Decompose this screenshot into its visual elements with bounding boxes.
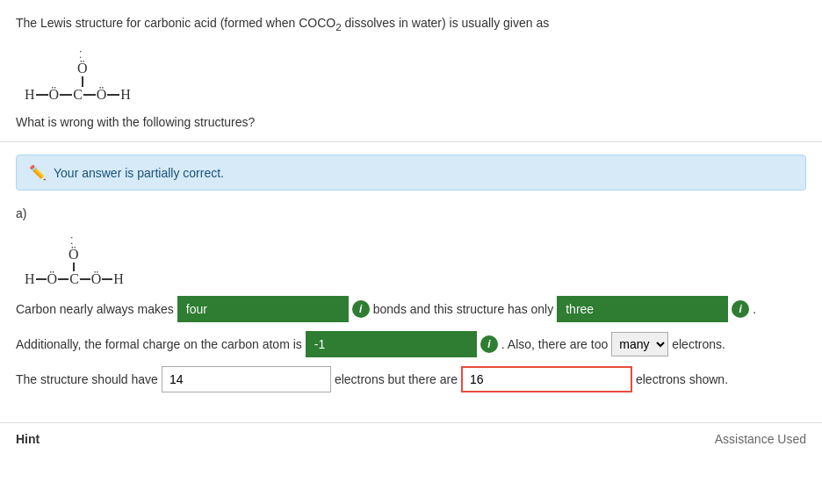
bond-o2-h	[107, 94, 119, 96]
o1-atom: Ö	[49, 87, 60, 103]
small-h-right: H	[113, 271, 124, 287]
assistance-text: Assistance Used	[715, 432, 806, 446]
small-top-o-dots: ⁚	[70, 235, 76, 247]
row1-info-btn1[interactable]: i	[352, 300, 370, 318]
row2-suffix: electrons.	[672, 337, 725, 351]
small-c: C	[69, 271, 79, 287]
c-atom: C	[73, 87, 83, 103]
small-bond3	[80, 278, 90, 280]
row1-info-btn2[interactable]: i	[732, 300, 749, 318]
row3-input1[interactable]	[162, 366, 331, 392]
hint-bar: Hint Assistance Used	[0, 422, 822, 455]
small-top-o: Ö	[68, 247, 79, 263]
row1-prefix: Carbon nearly always makes	[16, 302, 174, 316]
row-2: Additionally, the formal charge on the c…	[16, 331, 806, 357]
bond-c-o2	[83, 94, 96, 96]
small-o1: Ö	[47, 271, 58, 287]
small-main-chain: H Ö C Ö H	[25, 271, 124, 287]
h-right: H	[120, 87, 131, 103]
question-suffix: dissolves in water) is usually given as	[342, 16, 550, 30]
top-o-dots-above: ⁚	[79, 49, 86, 61]
question-text: The Lewis structure for carbonic acid (f…	[16, 14, 806, 34]
lewis-structure-a: ⁚ Ö H Ö C Ö H	[25, 233, 124, 287]
top-double-bond-v	[82, 76, 83, 87]
small-vertical-bond	[73, 263, 75, 271]
answer-section: ✏️ Your answer is partially correct. a) …	[0, 142, 822, 414]
row1-middle: bonds and this structure has only	[373, 302, 553, 316]
top-o-symbol: Ö	[77, 61, 88, 76]
row3-prefix: The structure should have	[16, 372, 158, 386]
row3-input2[interactable]	[461, 366, 632, 392]
partial-correct-banner: ✏️ Your answer is partially correct.	[16, 155, 806, 191]
small-bond1	[36, 278, 47, 280]
o2-atom: Ö	[97, 87, 107, 103]
row2-input[interactable]	[306, 331, 477, 357]
row-3: The structure should have electrons but …	[16, 366, 806, 392]
row2-middle: . Also, there are too	[501, 337, 608, 351]
row1-input1[interactable]	[177, 296, 349, 322]
row2-prefix: Additionally, the formal charge on the c…	[16, 337, 302, 351]
row3-suffix: electrons shown.	[636, 372, 728, 386]
row3-middle: electrons but there are	[335, 372, 458, 386]
row1-input2[interactable]	[557, 296, 728, 322]
small-bond2	[58, 278, 68, 280]
pencil-icon: ✏️	[29, 164, 47, 181]
lewis-structure-top: ⁚ Ö H Ö C Ö H	[25, 47, 131, 103]
row-1: Carbon nearly always makes i bonds and t…	[16, 296, 806, 322]
small-h-left: H	[25, 271, 35, 287]
h-left: H	[25, 87, 35, 103]
hint-label[interactable]: Hint	[16, 432, 40, 446]
row1-suffix: .	[753, 302, 756, 316]
small-o2: Ö	[91, 271, 102, 287]
row2-info-btn[interactable]: i	[480, 335, 498, 353]
row2-select[interactable]: many few	[611, 332, 668, 356]
main-chain-top: H Ö C Ö H	[25, 87, 131, 103]
co2-formula: CO2	[317, 16, 341, 30]
question-intro: The Lewis structure for carbonic acid (f…	[16, 16, 317, 30]
top-section: The Lewis structure for carbonic acid (f…	[0, 0, 822, 142]
section-a-label: a)	[16, 206, 806, 220]
small-bond4	[102, 278, 112, 280]
partial-correct-text: Your answer is partially correct.	[54, 166, 224, 180]
what-wrong-text: What is wrong with the following structu…	[16, 115, 806, 129]
bond-o1-c	[60, 94, 72, 96]
bond-h-o1	[36, 94, 48, 96]
